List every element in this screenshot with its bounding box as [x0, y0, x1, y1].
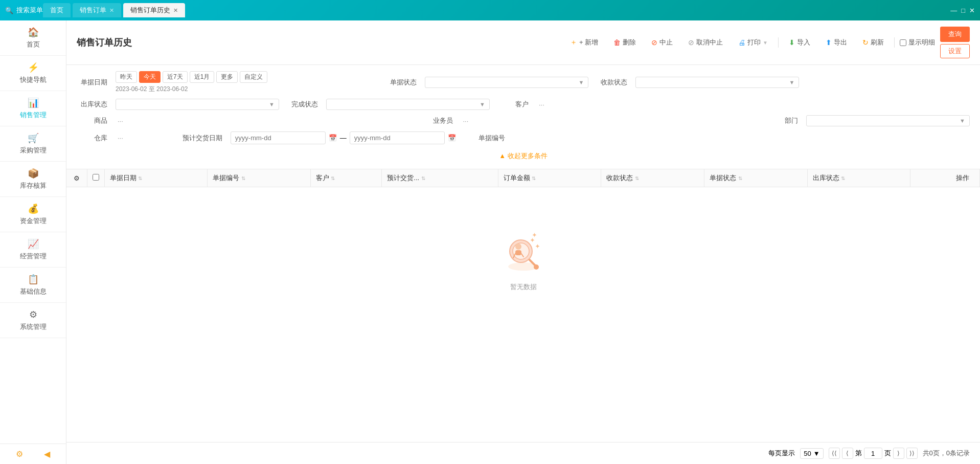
th-amount[interactable]: 订单金额 ⇅: [498, 169, 601, 187]
tab-sales-order-history-close[interactable]: ✕: [173, 7, 178, 14]
date-btn-today[interactable]: 今天: [139, 71, 161, 83]
export-icon: ⬆: [826, 38, 832, 47]
import-label: 导入: [797, 38, 810, 47]
sidebar-item-purchase-label: 采购管理: [20, 146, 47, 155]
close-icon[interactable]: ✕: [969, 7, 975, 14]
sidebar-item-basic-info[interactable]: 📋 基础信息: [0, 268, 66, 303]
tab-home[interactable]: 首页: [43, 3, 71, 17]
calendar-end-icon[interactable]: 📅: [448, 134, 456, 142]
sidebar-item-purchase[interactable]: 🛒 采购管理: [0, 126, 66, 162]
th-number[interactable]: 单据编号 ⇅: [208, 169, 311, 187]
doc-status-arrow: ▼: [578, 79, 584, 85]
outbound-status-select[interactable]: ▼: [116, 99, 279, 110]
toolbar: ＋ + 新增 🗑 删除 ⊘ 中止 ⊘ 取消中止 🖨 打印: [565, 27, 970, 58]
tab-sales-order-close[interactable]: ✕: [109, 7, 114, 14]
prev-page-btn[interactable]: ⟨: [842, 448, 853, 459]
th-payment-status[interactable]: 收款状态 ⇅: [601, 169, 704, 187]
complete-status-select[interactable]: ▼: [326, 99, 490, 110]
quick-nav-icon: ⚡: [28, 62, 39, 73]
date-btn-custom[interactable]: 自定义: [240, 71, 267, 83]
collapse-label: ▲ 收起更多条件: [499, 152, 547, 160]
complete-status-arrow: ▼: [480, 101, 485, 107]
print-icon: 🖨: [738, 38, 745, 47]
date-separator: —: [340, 134, 347, 142]
cancel-stop-button[interactable]: ⊘ 取消中止: [683, 35, 728, 50]
sidebar-item-home[interactable]: 🏠 首页: [0, 20, 66, 56]
sidebar-item-inventory[interactable]: 📦 库存核算: [0, 162, 66, 197]
search-menu[interactable]: 🔍 搜索菜单: [5, 6, 43, 15]
sidebar-item-sales-label: 销售管理: [20, 111, 47, 120]
select-all-checkbox[interactable]: [93, 174, 99, 181]
settings-button[interactable]: 设置: [940, 44, 970, 58]
calendar-start-icon[interactable]: 📅: [329, 134, 337, 142]
stop-label: 中止: [659, 38, 673, 47]
search-icon: 🔍: [5, 7, 13, 14]
maximize-icon[interactable]: □: [961, 7, 965, 14]
content-area: 销售订单历史 ＋ + 新增 🗑 删除 ⊘ 中止 ⊘ 取消中止: [66, 20, 980, 464]
minimize-icon[interactable]: —: [950, 7, 957, 14]
delete-button[interactable]: 🗑 删除: [608, 35, 641, 50]
sidebar-settings-btn[interactable]: ⚙: [16, 449, 23, 459]
export-label: 导出: [834, 38, 847, 47]
first-page-btn[interactable]: ⟨⟨: [829, 448, 840, 459]
empty-illustration: ✦ ✦ ✦: [498, 228, 549, 274]
stop-button[interactable]: ⊘ 中止: [646, 35, 678, 50]
page-input[interactable]: [864, 448, 882, 459]
warehouse-ellipsis[interactable]: ···: [116, 133, 125, 143]
per-page-select[interactable]: 50 ▼: [800, 448, 823, 459]
th-settings[interactable]: ⚙: [66, 169, 87, 187]
date-btn-7days[interactable]: 近7天: [163, 71, 188, 83]
svg-rect-6: [515, 250, 521, 255]
sidebar-item-system[interactable]: ⚙ 系统管理: [0, 303, 66, 338]
show-detail-input[interactable]: [900, 39, 906, 46]
dept-select[interactable]: ▼: [806, 115, 970, 126]
date-btn-yesterday[interactable]: 昨天: [116, 71, 137, 83]
goods-ellipsis[interactable]: ···: [116, 116, 125, 126]
sidebar-collapse-btn[interactable]: ◀: [44, 449, 50, 459]
sidebar-item-operations[interactable]: 📈 经营管理: [0, 232, 66, 268]
import-button[interactable]: ⬇ 导入: [784, 35, 815, 50]
main-layout: 🏠 首页 ⚡ 快捷导航 📊 销售管理 🛒 采购管理 📦 库存核算 💰 资金管理 …: [0, 20, 980, 464]
payment-status-select[interactable]: ▼: [635, 77, 799, 88]
new-label: + 新增: [579, 38, 598, 47]
search-menu-label: 搜索菜单: [16, 6, 43, 15]
salesperson-ellipsis[interactable]: ···: [461, 116, 471, 126]
delivery-date-end[interactable]: [350, 131, 445, 144]
delivery-date-label: 预计交货日期: [183, 134, 222, 143]
refresh-button[interactable]: ↻ 刷新: [857, 35, 889, 50]
delivery-date-start[interactable]: [231, 131, 326, 144]
next-page-btn[interactable]: ⟩: [893, 448, 904, 459]
tab-sales-order-history[interactable]: 销售订单历史 ✕: [123, 3, 185, 17]
sidebar-item-finance[interactable]: 💰 资金管理: [0, 197, 66, 232]
sidebar-item-sales[interactable]: 📊 销售管理: [0, 91, 66, 126]
sidebar-item-quick-nav[interactable]: ⚡ 快捷导航: [0, 56, 66, 91]
svg-point-5: [515, 244, 521, 250]
customer-sort-icon: ⇅: [331, 175, 335, 181]
customer-ellipsis[interactable]: ···: [537, 100, 546, 109]
th-date[interactable]: 单据日期 ⇅: [104, 169, 208, 187]
page-title: 销售订单历史: [77, 36, 132, 49]
collapse-more-btn[interactable]: ▲ 收起更多条件: [77, 149, 970, 163]
th-customer[interactable]: 客户 ⇅: [310, 169, 382, 187]
query-button[interactable]: 查询: [940, 27, 970, 42]
th-outbound-status[interactable]: 出库状态 ⇅: [807, 169, 910, 187]
sidebar-item-basic-info-label: 基础信息: [20, 287, 47, 296]
export-button[interactable]: ⬆ 导出: [821, 35, 852, 50]
doc-status-select[interactable]: ▼: [425, 77, 588, 88]
tab-sales-order[interactable]: 销售订单 ✕: [73, 3, 121, 17]
show-detail-checkbox[interactable]: 显示明细: [900, 38, 935, 47]
sidebar-item-operations-label: 经营管理: [20, 252, 47, 261]
page-navigation: ⟨⟨ ⟨ 第 页 ⟩ ⟩⟩: [829, 448, 918, 459]
new-button[interactable]: ＋ + 新增: [565, 35, 603, 50]
last-page-btn[interactable]: ⟩⟩: [906, 448, 918, 459]
svg-point-4: [534, 264, 539, 270]
date-btn-more[interactable]: 更多: [216, 71, 238, 83]
date-btn-1month[interactable]: 近1月: [190, 71, 215, 83]
th-doc-status[interactable]: 单据状态 ⇅: [704, 169, 807, 187]
th-delivery[interactable]: 预计交货... ⇅: [382, 169, 498, 187]
delete-icon: 🗑: [613, 38, 621, 47]
th-check[interactable]: [87, 169, 104, 187]
print-button[interactable]: 🖨 打印 ▼: [733, 35, 773, 50]
payment-status-arrow: ▼: [789, 79, 794, 85]
per-page-arrow: ▼: [813, 450, 820, 457]
